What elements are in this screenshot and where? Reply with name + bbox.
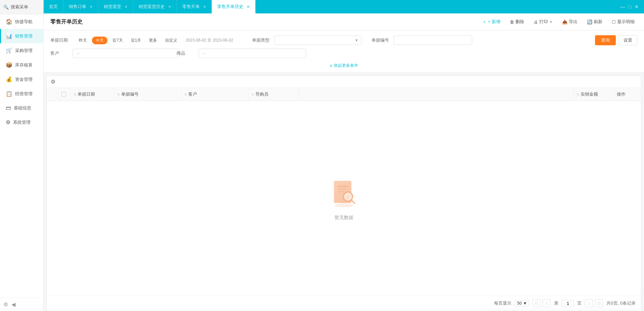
window-close-icon[interactable]: ✕ bbox=[635, 4, 639, 9]
tab-sales-order-label: 销售订单 bbox=[69, 4, 86, 10]
tab-retail-open[interactable]: 零售开单 ✕ bbox=[177, 0, 212, 13]
settings-button[interactable]: 设置 bbox=[618, 35, 637, 45]
refresh-button[interactable]: 🔄 刷新 bbox=[584, 17, 605, 26]
svg-rect-4 bbox=[337, 189, 346, 190]
order-no-filter: 单据编号 bbox=[371, 36, 472, 45]
th-extra bbox=[299, 88, 574, 101]
tab-sales-order[interactable]: 销售订单 ✕ bbox=[63, 0, 98, 13]
settings-footer-icon[interactable]: ⚙ bbox=[3, 301, 8, 308]
cart-icon: 🛒 bbox=[6, 47, 12, 54]
th-settings bbox=[47, 88, 59, 101]
print-icon: 🖨 bbox=[534, 19, 538, 24]
tab-sales-return-close[interactable]: ✕ bbox=[125, 5, 128, 9]
first-page-btn[interactable]: ⟨⟨ bbox=[533, 299, 541, 307]
tab-sales-return-history-close[interactable]: ✕ bbox=[168, 5, 171, 9]
display-label: 显示明细 bbox=[617, 19, 635, 25]
svg-point-9 bbox=[346, 196, 347, 197]
date-btn-today[interactable]: 今天 bbox=[92, 37, 107, 44]
date-btn-7days[interactable]: 近7天 bbox=[109, 37, 126, 44]
svg-rect-3 bbox=[337, 186, 348, 187]
collapse-label: 收起更多条件 bbox=[334, 63, 358, 68]
tab-home-label: 首页 bbox=[49, 4, 58, 10]
select-all-checkbox[interactable] bbox=[61, 92, 66, 97]
customer-input[interactable]: ··· bbox=[72, 49, 180, 58]
tab-sales-return[interactable]: 销货退货 ✕ bbox=[98, 0, 133, 13]
tab-bar-right: — □ ✕ bbox=[621, 4, 644, 9]
sidebar-item-sales-mgmt[interactable]: 📊 销售管理 bbox=[0, 29, 43, 43]
per-page-dropdown-icon: ▼ bbox=[523, 301, 527, 306]
sort-orderno-icon[interactable]: ⇅ bbox=[117, 93, 120, 96]
delete-button[interactable]: 🗑 删除 bbox=[507, 17, 527, 26]
tab-sales-return-history[interactable]: 销货退货历史 ✕ bbox=[133, 0, 177, 13]
tab-sales-order-close[interactable]: ✕ bbox=[90, 5, 93, 9]
trash-icon: 🗑 bbox=[510, 19, 514, 24]
th-guide: ⇅ 导购员 bbox=[249, 88, 299, 101]
tab-retail-open-history[interactable]: 零售开单历史 ✕ bbox=[212, 0, 255, 13]
sidebar-item-finance[interactable]: 💰 资金管理 bbox=[0, 72, 43, 87]
svg-point-0 bbox=[335, 203, 353, 207]
sidebar-item-basic-info[interactable]: 🗃 基础信息 bbox=[0, 101, 43, 115]
display-toggle[interactable]: ☐ 显示明细 bbox=[609, 17, 637, 26]
order-type-select[interactable]: ▼ bbox=[274, 36, 361, 45]
sort-guide-icon[interactable]: ⇅ bbox=[251, 93, 254, 96]
th-date-label: 单据日期 bbox=[78, 91, 95, 97]
per-page-select[interactable]: 50 ▼ bbox=[515, 300, 529, 307]
sort-date-icon[interactable]: ⇅ bbox=[73, 93, 76, 96]
filter-collapse-btn[interactable]: ∧ 收起更多条件 bbox=[50, 61, 637, 70]
window-maximize-icon[interactable]: □ bbox=[629, 4, 631, 9]
table-settings-icon[interactable]: ⚙ bbox=[51, 79, 55, 85]
sidebar-item-purchase-mgmt[interactable]: 🛒 采购管理 bbox=[0, 43, 43, 58]
svg-point-7 bbox=[345, 194, 351, 200]
sidebar-search-label: 搜索采单 bbox=[11, 4, 28, 10]
tab-retail-open-history-close[interactable]: ✕ bbox=[247, 5, 250, 9]
select-down-arrow: ▼ bbox=[355, 38, 358, 42]
tab-retail-open-close[interactable]: ✕ bbox=[203, 5, 206, 9]
print-button[interactable]: 🖨 打印 ▼ bbox=[531, 17, 555, 26]
empty-state: 暂无数据 bbox=[47, 101, 641, 296]
date-btn-yesterday[interactable]: 昨天 bbox=[76, 37, 90, 44]
page-number-input[interactable] bbox=[562, 300, 574, 307]
sidebar-item-label: 经营管理 bbox=[15, 91, 33, 97]
table-toolbar: ⚙ bbox=[47, 76, 641, 88]
sidebar-item-inventory[interactable]: 📦 库存核算 bbox=[0, 58, 43, 72]
collapse-sidebar-icon[interactable]: ◀ bbox=[11, 301, 15, 308]
last-page-btn[interactable]: ⟩⟩ bbox=[595, 299, 603, 307]
sidebar-footer: ⚙ ◀ bbox=[0, 298, 43, 311]
export-icon: 📤 bbox=[562, 19, 567, 24]
date-range-display: 2023-06-02 至 2023-06-02 bbox=[186, 38, 233, 43]
page-title: 零售开单历史 bbox=[50, 18, 83, 25]
prev-page-btn[interactable]: ⟨ bbox=[543, 299, 551, 307]
page-content: 零售开单历史 ＋ + 新增 🗑 删除 🖨 打印 ▼ 📤 导出 bbox=[44, 13, 644, 311]
collapse-up-icon: ∧ bbox=[330, 63, 333, 68]
sort-amount-icon[interactable]: ⇅ bbox=[577, 93, 579, 96]
export-button[interactable]: 📤 导出 bbox=[559, 17, 580, 26]
add-button[interactable]: ＋ + 新增 bbox=[480, 17, 503, 26]
goods-filter: 商品 ··· bbox=[177, 49, 284, 58]
order-no-input[interactable] bbox=[394, 36, 472, 45]
window-minimize-icon[interactable]: — bbox=[621, 4, 625, 9]
database-icon: 🗃 bbox=[6, 105, 11, 111]
svg-rect-5 bbox=[337, 191, 344, 192]
checkbox-icon: ☐ bbox=[612, 19, 616, 24]
sort-customer-icon[interactable]: ⇅ bbox=[184, 93, 187, 96]
total-info: 共0页, 0条记录 bbox=[606, 300, 636, 306]
tab-home[interactable]: 首页 bbox=[44, 0, 63, 13]
th-guide-label: 导购员 bbox=[255, 91, 268, 97]
customer-more-icon: ··· bbox=[76, 51, 80, 56]
sidebar-item-system[interactable]: ⚙ 系统管理 bbox=[0, 115, 43, 129]
sidebar-item-operations[interactable]: 📋 经营管理 bbox=[0, 87, 43, 101]
sidebar-item-label: 库存核算 bbox=[15, 62, 33, 68]
goods-input[interactable]: ··· bbox=[199, 49, 306, 58]
th-checkbox bbox=[59, 88, 71, 101]
print-label: 打印 bbox=[539, 19, 548, 25]
date-btn-1month[interactable]: 近1月 bbox=[128, 37, 144, 44]
sidebar-item-label: 系统管理 bbox=[13, 119, 31, 125]
date-btn-more[interactable]: 更多 bbox=[146, 37, 160, 44]
date-btn-custom[interactable]: 自定义 bbox=[162, 37, 180, 44]
sidebar-item-quick-nav[interactable]: 🏠 快捷导航 bbox=[0, 14, 43, 29]
tab-retail-open-history-label: 零售开单历史 bbox=[217, 4, 243, 10]
query-button[interactable]: 查询 bbox=[595, 35, 616, 45]
next-page-btn[interactable]: ⟩ bbox=[585, 299, 593, 307]
sidebar-search[interactable]: 🔍 搜索采单 bbox=[0, 0, 43, 14]
date-filter-label: 单据日期 bbox=[50, 37, 70, 43]
